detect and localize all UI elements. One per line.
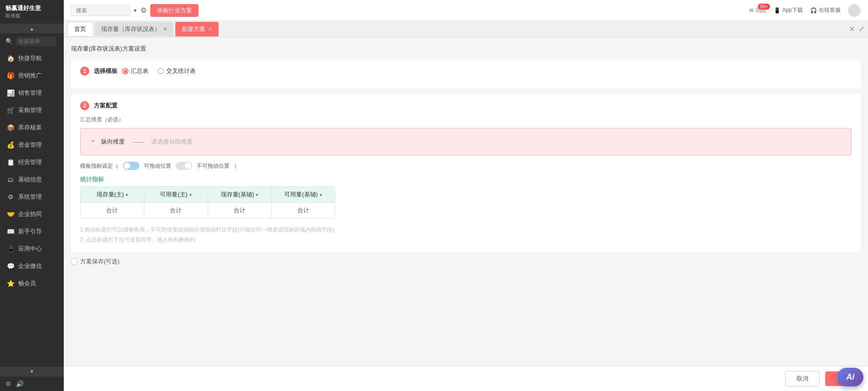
tab-home-label: 首页: [74, 25, 86, 33]
chevron-down-icon-0: ▾: [126, 192, 128, 197]
col-header-1[interactable]: 可用量(主) ▾: [144, 187, 208, 202]
sidebar-item-operation[interactable]: 📋 经营管理: [0, 154, 64, 171]
online-service-btn[interactable]: 🎧 在线客服: [810, 6, 841, 14]
col-header-0[interactable]: 现存量(主) ▾: [81, 187, 144, 202]
sidebar-nav: 🔍 🏠 快捷导航 🎁 营销推广 📊 销售管理 🛒 采购管理 📦 库存核算 💰 资…: [0, 33, 64, 367]
step1-title: 选择模板: [94, 67, 117, 75]
close-window-icon[interactable]: ✕: [849, 25, 855, 33]
sidebar-item-marketing[interactable]: 🎁 营销推广: [0, 67, 64, 84]
non-draggable-label: 不可拖动位置: [197, 162, 230, 170]
sidebar-item-purchase[interactable]: 🛒 采购管理: [0, 102, 64, 119]
sidebar-item-enterprise[interactable]: 🤝 企业协同: [0, 206, 64, 223]
cancel-button[interactable]: 取消: [785, 371, 820, 386]
chevron-down-icon-2: ▾: [256, 192, 258, 197]
window-controls: ✕ ⤢: [849, 25, 864, 33]
col-header-3[interactable]: 可用量(基辅) ▾: [271, 187, 335, 202]
sidebar-item-label: 营销推广: [18, 72, 42, 80]
sidebar-item-label: 企业微信: [18, 262, 42, 270]
tab-new-plan[interactable]: 新建方案 ✕: [175, 22, 219, 36]
app-subtitle: 标准版: [5, 12, 58, 19]
topbar-dropdown[interactable]: ▾: [134, 7, 137, 14]
trial-plan-button[interactable]: 体验行业方案: [150, 4, 199, 17]
sidebar-bottom: ⚙ 🔊: [0, 376, 64, 391]
template-close-paren: ）: [234, 162, 240, 170]
col-label-0: 现存量(主): [97, 190, 124, 199]
avatar[interactable]: [848, 4, 861, 17]
sidebar-item-guide[interactable]: 📖 新手引导: [0, 223, 64, 240]
non-draggable-toggle[interactable]: [176, 162, 192, 170]
book-icon: 📖: [6, 227, 15, 236]
message-btn[interactable]: ✉ 消息 99+: [749, 6, 766, 14]
col-header-2[interactable]: 现存量(基辅) ▾: [208, 187, 272, 202]
gear-icon: ⚙: [6, 193, 15, 201]
dimension-placeholder[interactable]: 请选择分组维度: [151, 138, 193, 146]
draggable-toggle[interactable]: [123, 162, 139, 170]
sidebar-item-quicknav[interactable]: 🏠 快捷导航: [0, 50, 64, 67]
audio-icon[interactable]: 🔊: [16, 380, 24, 387]
step2-panel: 2 方案配置 汇总维度（必选） * 纵向维度 —— 请选择分组维度 模板指标设定…: [71, 94, 861, 252]
radio-summary-label: 汇总表: [131, 67, 148, 75]
step1-badge: 1: [80, 67, 89, 76]
radio-cross[interactable]: 交叉统计表: [158, 67, 196, 75]
ai-bubble[interactable]: Ai: [837, 368, 863, 386]
sidebar-item-label: 销售管理: [18, 89, 42, 97]
expand-window-icon[interactable]: ⤢: [858, 25, 864, 33]
tab-inventory-close[interactable]: ✕: [163, 26, 167, 32]
step2-title: 方案配置: [94, 102, 117, 110]
phone-icon: 📱: [774, 7, 781, 14]
save-checkbox[interactable]: [71, 258, 77, 265]
topbar-left: ▾ ⚙ 体验行业方案: [71, 4, 745, 17]
sidebar-item-inventory[interactable]: 📦 库存核算: [0, 119, 64, 136]
settings-icon[interactable]: ⚙: [5, 380, 11, 387]
sidebar-item-label: 库存核算: [18, 123, 42, 132]
sidebar-item-label: 系统管理: [18, 193, 42, 201]
template-radio-group: 汇总表 交叉统计表: [122, 67, 196, 75]
online-service-label: 在线客服: [819, 6, 841, 14]
sidebar-item-basic[interactable]: 🗂 基础信息: [0, 171, 64, 188]
app-download-label: App下载: [782, 6, 803, 14]
sidebar-scroll-down[interactable]: ▼: [0, 367, 64, 376]
sidebar-item-label: 基础信息: [18, 175, 42, 184]
clipboard-icon: 📋: [6, 158, 15, 166]
sidebar-item-wechat[interactable]: 💬 企业微信: [0, 257, 64, 275]
tip-1-text: 2. 点击标题栏下拉可设置排序、插入列和删除列: [80, 235, 195, 245]
tab-home[interactable]: 首页: [67, 22, 93, 36]
stats-section-label: 统计指标: [80, 175, 852, 184]
tab-new-plan-close[interactable]: ✕: [208, 26, 212, 32]
dimension-required-mark: *: [92, 139, 94, 145]
tab-new-plan-label: 新建方案: [182, 25, 205, 33]
col-data-1: 合计: [144, 203, 208, 218]
sidebar-scroll-up[interactable]: ▲: [0, 24, 64, 33]
star-icon: ⭐: [6, 279, 15, 288]
dimension-box: * 纵向维度 —— 请选择分组维度: [80, 128, 852, 155]
stats-data-row: 合计 合计 合计 合计: [81, 203, 335, 218]
save-checkbox-row: 方案保存(可选): [71, 257, 861, 266]
home-icon: 🏠: [6, 54, 15, 62]
sidebar-item-label: 资金管理: [18, 141, 42, 149]
message-icon: ✉: [749, 7, 754, 14]
gift-icon: 🎁: [6, 72, 15, 80]
sidebar-item-finance[interactable]: 💰 资金管理: [0, 136, 64, 154]
sidebar-item-system[interactable]: ⚙ 系统管理: [0, 188, 64, 206]
search-icon: 🔍: [5, 38, 13, 45]
topbar-gear-icon[interactable]: ⚙: [140, 6, 147, 15]
radio-summary-circle: [122, 68, 128, 74]
radio-summary[interactable]: 汇总表: [122, 67, 148, 75]
sidebar-item-sales[interactable]: 📊 销售管理: [0, 84, 64, 102]
tabs-bar: 首页 现存量（库存状况表） ✕ 新建方案 ✕ ✕ ⤢: [64, 21, 868, 37]
sidebar-search-row[interactable]: 🔍: [0, 33, 64, 50]
chart-icon: 📊: [6, 89, 15, 97]
tip-1: 2. 点击标题栏下拉可设置排序、插入列和删除列: [80, 235, 852, 245]
chat-icon: 💬: [6, 262, 15, 270]
sidebar-logo: 畅赢通好生意 标准版: [0, 0, 64, 24]
topbar-search-input[interactable]: [71, 5, 130, 16]
sidebar-search-input[interactable]: [15, 37, 56, 46]
step2-header: 2 方案配置: [80, 101, 852, 110]
draggable-label: 可拖动位置: [144, 162, 171, 170]
sidebar-item-member[interactable]: ⭐ 畅会员: [0, 275, 64, 292]
tab-inventory-label: 现存量（库存状况表）: [101, 25, 160, 33]
app-download-btn[interactable]: 📱 App下载: [774, 6, 803, 14]
sidebar-item-appcenter[interactable]: 📱 应用中心: [0, 240, 64, 257]
message-badge: 99+: [758, 4, 770, 10]
tab-inventory-status[interactable]: 现存量（库存状况表） ✕: [95, 22, 174, 36]
